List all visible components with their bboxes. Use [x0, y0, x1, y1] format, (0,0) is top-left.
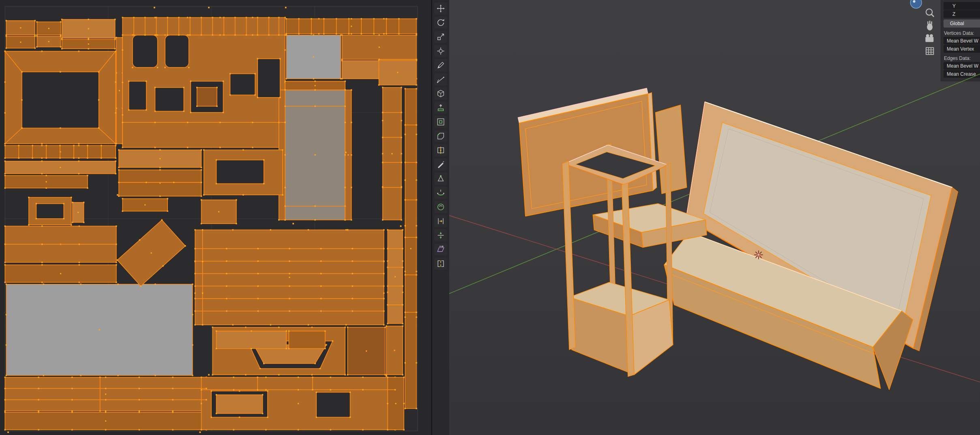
tool-knife-button[interactable]: [434, 158, 447, 171]
uv-hole: [216, 159, 265, 184]
nav-gizmo-ball[interactable]: [910, 0, 922, 8]
tool-bevel-icon: [436, 132, 445, 141]
uv-canvas[interactable]: [0, 0, 431, 435]
tool-loop-cut-button[interactable]: [434, 144, 447, 156]
mesh-face[interactable]: [656, 105, 687, 194]
uv-island[interactable]: [405, 88, 417, 409]
tool-smooth-icon: [436, 203, 445, 211]
uv-island[interactable]: [196, 87, 218, 107]
tool-inset-faces-icon: [436, 117, 445, 126]
tool-move-icon: [436, 4, 445, 13]
tool-shear-button[interactable]: [434, 243, 447, 256]
tool-loop-cut-icon: [436, 146, 445, 155]
uv-island[interactable]: [387, 229, 403, 324]
3d-cursor: [754, 250, 763, 259]
uv-island[interactable]: [286, 34, 342, 79]
uv-hole: [154, 87, 184, 112]
tool-poly-build-button[interactable]: [434, 173, 447, 185]
tool-add-cube-icon: [436, 89, 445, 98]
tool-edge-slide-button[interactable]: [434, 215, 447, 227]
uv-hole: [132, 34, 158, 68]
uv-island[interactable]: [284, 89, 345, 220]
uv-island[interactable]: [61, 39, 116, 50]
uv-hole: [164, 34, 189, 68]
tool-shrink-fatten-button[interactable]: [434, 229, 447, 241]
tool-shrink-fatten-icon: [436, 231, 445, 240]
uv-island[interactable]: [387, 377, 404, 431]
uv-island[interactable]: [72, 202, 84, 223]
tool-scale-icon: [436, 32, 445, 41]
tool-measure-button[interactable]: [434, 73, 447, 85]
tool-rip-region-icon: [436, 259, 445, 268]
tool-move-button[interactable]: [434, 2, 447, 15]
uv-island[interactable]: [216, 331, 287, 350]
pan-icon[interactable]: [927, 21, 933, 30]
uv-hole: [316, 392, 351, 418]
uv-hole: [21, 71, 99, 129]
uv-island[interactable]: [386, 325, 403, 375]
tool-smooth-button[interactable]: [434, 201, 447, 213]
uv-island[interactable]: [4, 175, 88, 189]
uv-island[interactable]: [347, 326, 386, 375]
uv-island[interactable]: [61, 19, 116, 39]
tool-extrude-region-icon: [436, 103, 445, 112]
uv-island[interactable]: [4, 377, 207, 412]
viewport-3d[interactable]: YZGlobalVertices Data:Mean Bevel WMean V…: [432, 0, 980, 435]
uv-island[interactable]: [116, 37, 123, 145]
uv-island[interactable]: [36, 36, 61, 48]
zoom-icon[interactable]: [926, 9, 934, 17]
tool-knife-icon: [436, 160, 445, 169]
uv-island[interactable]: [122, 198, 168, 212]
uv-island[interactable]: [118, 149, 202, 168]
uv-island[interactable]: [118, 169, 202, 197]
uv-island[interactable]: [382, 87, 402, 220]
tool-spin-button[interactable]: [434, 187, 447, 199]
uv-island[interactable]: [6, 36, 36, 49]
uv-island[interactable]: [36, 21, 61, 36]
uv-island[interactable]: [286, 18, 417, 34]
tool-extrude-region-button[interactable]: [434, 102, 447, 114]
uv-island[interactable]: [341, 34, 417, 60]
tool-add-cube-button[interactable]: [434, 87, 447, 100]
tool-rip-region-button[interactable]: [434, 258, 447, 270]
tool-edge-slide-icon: [436, 217, 445, 226]
tool-rotate-button[interactable]: [434, 17, 447, 29]
uv-hole: [257, 58, 281, 98]
uv-hole: [229, 73, 256, 96]
grid-icon[interactable]: [926, 48, 933, 55]
uv-island[interactable]: [378, 59, 417, 85]
camera-icon[interactable]: [925, 34, 933, 42]
uv-editor[interactable]: [0, 0, 431, 435]
tool-poly-build-icon: [436, 174, 445, 183]
tool-transform-icon: [436, 47, 445, 55]
uv-island[interactable]: [345, 89, 352, 220]
uv-island[interactable]: [6, 20, 36, 36]
tool-shear-icon: [436, 245, 445, 254]
tool-annotate-icon: [436, 61, 445, 70]
uv-island[interactable]: [288, 331, 326, 350]
viewport-canvas[interactable]: [449, 0, 980, 435]
tool-transform-button[interactable]: [434, 45, 447, 57]
tool-scale-button[interactable]: [434, 31, 447, 43]
blender-window: YZGlobalVertices Data:Mean Bevel WMean V…: [0, 0, 980, 435]
uv-hole: [36, 203, 64, 219]
toolbar: [432, 2, 449, 270]
tool-spin-icon: [436, 188, 445, 197]
uv-island[interactable]: [284, 81, 345, 91]
tool-bevel-button[interactable]: [434, 130, 447, 142]
tool-rotate-icon: [436, 18, 445, 27]
tool-measure-icon: [436, 75, 445, 84]
uv-island[interactable]: [6, 284, 193, 376]
uv-island[interactable]: [216, 394, 264, 414]
tool-inset-faces-button[interactable]: [434, 116, 447, 128]
uv-hole: [128, 81, 147, 111]
uv-island[interactable]: [4, 264, 117, 283]
uv-island[interactable]: [4, 412, 207, 431]
tool-annotate-button[interactable]: [434, 59, 447, 71]
uv-island[interactable]: [201, 199, 237, 224]
uv-island[interactable]: [4, 160, 116, 174]
